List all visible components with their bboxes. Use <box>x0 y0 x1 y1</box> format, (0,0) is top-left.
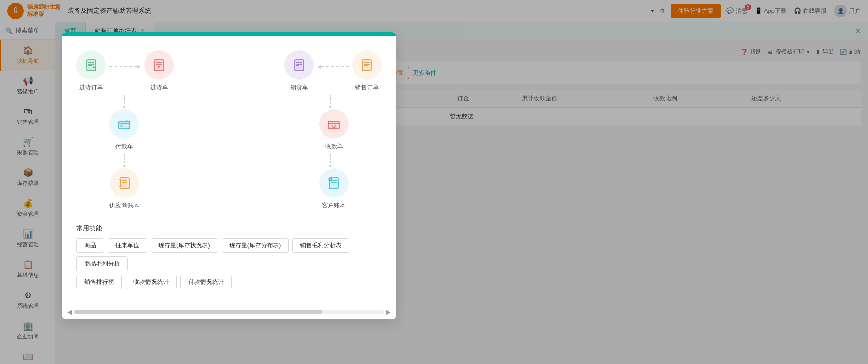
arrow-down-payment: ▼ <box>109 154 139 168</box>
workflow-top-row: 进货订单 ▶ 进货单 <box>76 50 382 92</box>
node-payment-in: 收款单 <box>319 109 349 151</box>
node-payment-out: 付款单 <box>109 109 139 151</box>
arrow-sales-order-to-sales: ◀ <box>317 64 349 69</box>
func-btn-payment-stats[interactable]: 付款情况统计 <box>180 275 232 289</box>
workflow-arrows-row: ▼ ▼ <box>76 95 382 109</box>
purchase-order-icon <box>76 50 106 80</box>
svg-rect-4 <box>154 60 164 71</box>
svg-rect-17 <box>120 125 123 127</box>
func-btn-inventory-dist[interactable]: 现存量(库存分布表) <box>222 238 289 253</box>
payment-out-icon <box>109 109 139 139</box>
workflow-arrows-row2: ▼ ▼ <box>76 154 382 168</box>
svg-rect-7 <box>295 60 304 71</box>
scroll-right-icon[interactable]: ▶ <box>386 308 391 315</box>
sales-order-label: 销售订单 <box>355 83 379 92</box>
func-btn-sales-rank[interactable]: 销售排行榜 <box>76 275 122 289</box>
func-btn-receipt-stats[interactable]: 收款情况统计 <box>126 275 177 289</box>
modal-content: 进货订单 ▶ 进货单 <box>62 36 396 304</box>
modal-scrollbar: ◀ ▶ <box>62 304 396 319</box>
customer-ledger-icon <box>319 168 349 198</box>
payment-in-icon <box>319 109 349 139</box>
supplier-ledger-icon <box>110 168 139 198</box>
svg-rect-25 <box>329 178 338 189</box>
supplier-ledger-label: 供应商账本 <box>109 201 139 210</box>
func-buttons-row1: 商品 往来单位 现存量(库存状况表) 现存量(库存分布表) 销售毛利分析表 商品… <box>76 238 382 271</box>
func-btn-sales-profit-analysis[interactable]: 销售毛利分析表 <box>292 238 349 253</box>
common-funcs-section: 常用功能 商品 往来单位 现存量(库存状况表) 现存量(库存分布表) 销售毛利分… <box>76 224 382 289</box>
arrow-purchase-to-receipt: ▶ <box>109 64 141 69</box>
purchase-order-label: 进货订单 <box>79 83 103 92</box>
node-purchase: 进货单 <box>144 50 174 92</box>
payment-out-label: 付款单 <box>115 142 133 151</box>
svg-rect-0 <box>87 60 96 71</box>
node-sales-order: 销售订单 <box>352 50 382 92</box>
scrollbar-thumb <box>74 310 322 314</box>
arrow-down-sales: ▼ <box>316 95 345 109</box>
node-customer-ledger: 客户账本 <box>319 168 349 210</box>
modal-overlay[interactable]: 进货订单 ▶ 进货单 <box>0 0 868 364</box>
svg-rect-11 <box>362 60 371 71</box>
customer-ledger-label: 客户账本 <box>322 201 346 210</box>
scroll-left-icon[interactable]: ◀ <box>67 308 72 315</box>
workflow-middle-row: 付款单 收款单 <box>76 109 382 151</box>
svg-rect-21 <box>120 178 129 189</box>
sales-order-icon <box>352 50 382 80</box>
func-btn-goods-profit[interactable]: 商品毛利分析 <box>76 256 128 271</box>
workflow-bottom-row: 供应商账本 客户账本 <box>76 168 382 210</box>
common-funcs-title: 常用功能 <box>76 224 382 233</box>
modal-box: 进货订单 ▶ 进货单 <box>62 32 396 319</box>
node-sales: 销货单 <box>284 50 314 92</box>
workflow-diagram: 进货订单 ▶ 进货单 <box>76 50 382 213</box>
func-btn-goods[interactable]: 商品 <box>76 238 104 253</box>
node-purchase-order: 进货订单 <box>76 50 106 92</box>
func-btn-contacts[interactable]: 往来单位 <box>108 238 147 253</box>
purchase-label: 进货单 <box>150 83 168 92</box>
payment-in-label: 收款单 <box>325 142 343 151</box>
arrow-down-purchase: ▼ <box>109 95 139 109</box>
modal-top-bar <box>62 32 396 36</box>
func-buttons-row2: 销售排行榜 收款情况统计 付款情况统计 <box>76 275 382 289</box>
sales-label: 销货单 <box>290 83 308 92</box>
func-btn-inventory-status[interactable]: 现存量(库存状况表) <box>151 238 218 253</box>
svg-rect-15 <box>119 121 130 129</box>
sales-icon <box>284 50 314 80</box>
node-supplier-ledger: 供应商账本 <box>109 168 139 210</box>
scrollbar-track[interactable] <box>74 310 384 314</box>
arrow-down-receipt: ▼ <box>316 154 345 168</box>
purchase-icon <box>144 50 174 80</box>
